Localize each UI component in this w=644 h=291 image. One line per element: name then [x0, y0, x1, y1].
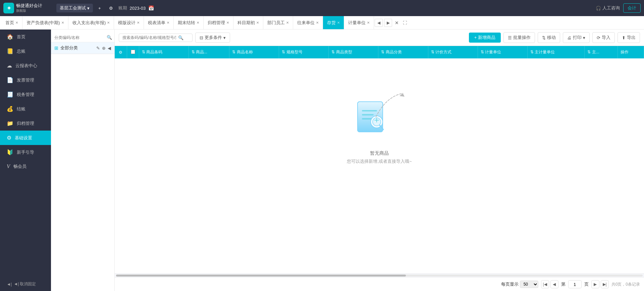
tab-nav-right-btn[interactable]: ▶	[384, 19, 392, 27]
tab-close-unit[interactable]: ✕	[367, 21, 370, 25]
category-search-input[interactable]	[54, 35, 105, 40]
tab-close-all-btn[interactable]: ✕	[393, 19, 401, 27]
tab-nav-left-btn[interactable]: ◀	[375, 19, 383, 27]
tab-subject-init[interactable]: 科目期初 ✕	[233, 16, 263, 30]
sidebar-label-home: 首页	[17, 34, 25, 40]
tab-balance-sheet[interactable]: 资产负债表(中期) ✕	[22, 16, 68, 30]
col-pricing[interactable]: ⇅ 计价方式	[428, 46, 478, 58]
col-spec[interactable]: ⇅ 规格型号	[279, 46, 329, 58]
tab-close-contacts[interactable]: ✕	[316, 21, 319, 25]
add-workspace-btn[interactable]: +	[96, 4, 104, 12]
logo-area: ✦ 畅捷通好会计 旗舰版	[3, 3, 54, 13]
export-btn[interactable]: ⬆ 导出	[618, 32, 640, 43]
category-settings-icon[interactable]: ✎	[96, 46, 100, 51]
col-extra[interactable]: ⇅ 主...	[585, 46, 618, 58]
sidebar-item-guide[interactable]: 🔰 新手引导	[0, 145, 51, 159]
tab-bar: 首页 ✕ 资产负债表(中期) ✕ 收入支出表(年报) ✕ 模版设计 ✕ 税表清单…	[0, 16, 644, 30]
filter-btn[interactable]: ⊟ 更多条件 ▾	[195, 33, 230, 43]
tab-inventory[interactable]: 存货 ✕	[323, 16, 344, 30]
workspace-selector[interactable]: 基层工会测试 ▾	[56, 4, 93, 12]
page-first-btn[interactable]: |◀	[541, 280, 549, 288]
inner-layout: 🔍 ⊞ 全部分类 ✎ ⊕ ◀ 🔍	[51, 30, 644, 291]
sidebar-item-member[interactable]: V 畅会员	[0, 159, 51, 174]
tab-archive[interactable]: 归档管理 ✕	[204, 16, 233, 30]
category-panel: 🔍 ⊞ 全部分类 ✎ ⊕ ◀	[51, 30, 115, 291]
page-input[interactable]	[568, 280, 582, 288]
print-btn[interactable]: 🖨 打印 ▾	[563, 32, 590, 43]
sidebar-item-invoice[interactable]: 📄 发票管理	[0, 73, 51, 87]
sort-spec-icon: ⇅	[282, 50, 285, 54]
main-search-input[interactable]	[122, 35, 176, 40]
tab-close-subject[interactable]: ✕	[256, 21, 259, 25]
tab-close-archive[interactable]: ✕	[226, 21, 229, 25]
sidebar-item-tax[interactable]: 🧾 税务管理	[0, 87, 51, 102]
tab-close-income[interactable]: ✕	[107, 21, 110, 25]
col-category[interactable]: ⇅ 商品分类	[378, 46, 428, 58]
select-all-checkbox[interactable]	[131, 50, 135, 54]
move-btn[interactable]: ⇅ 移动	[538, 32, 560, 43]
page-navigation: |◀ ◀ 第 页 ▶ ▶|	[541, 280, 609, 288]
col-type[interactable]: ⇅ 商品类型	[329, 46, 378, 58]
col-barcode[interactable]: ⇅ 商品条码	[139, 46, 189, 58]
all-categories-label: 全部分类	[60, 45, 78, 51]
tab-close-template[interactable]: ✕	[137, 21, 140, 25]
sidebar-item-settlement[interactable]: 💰 结账	[0, 102, 51, 116]
page-next-btn[interactable]: ▶	[591, 280, 599, 288]
col-main-unit[interactable]: ⇅ 主计量单位	[527, 46, 585, 58]
tab-income-statement[interactable]: 收入支出表(年报) ✕	[68, 16, 114, 30]
chevron-down-icon: ▾	[87, 6, 90, 11]
page-last-btn[interactable]: ▶|	[601, 280, 609, 288]
sidebar-item-cloud-report[interactable]: ☁ 云报表中心	[0, 58, 51, 73]
period-label: 账期	[118, 5, 127, 11]
category-edit-icon[interactable]: ⊕	[102, 46, 106, 51]
pagination: 每页显示 50 10 20 100 |◀ ◀ 第 页	[115, 277, 644, 291]
settings-icon: ⚙	[7, 135, 11, 141]
sidebar-label-tax: 税务管理	[17, 92, 34, 98]
batch-operations-btn[interactable]: ☰ 批量操作	[503, 32, 535, 43]
sidebar-item-archive[interactable]: 📁 归档管理	[0, 116, 51, 131]
tab-close-dept[interactable]: ✕	[286, 21, 289, 25]
tab-close-balance[interactable]: ✕	[61, 21, 64, 25]
col-settings[interactable]: ⚙	[115, 46, 127, 58]
tab-close-homepage[interactable]: ✕	[15, 21, 18, 25]
tab-template-design[interactable]: 模版设计 ✕	[114, 16, 144, 30]
tab-expand-btn[interactable]: ⛶	[401, 19, 409, 27]
all-categories-header[interactable]: ⊞ 全部分类 ✎ ⊕ ◀	[51, 42, 114, 54]
horizontal-scrollbar[interactable]	[115, 273, 644, 277]
sidebar-item-basic-settings[interactable]: ⚙ 基础设置	[0, 131, 51, 145]
tab-close-inventory[interactable]: ✕	[337, 21, 340, 25]
sidebar-item-home[interactable]: 🏠 首页	[0, 30, 51, 44]
tab-department[interactable]: 部门员工 ✕	[263, 16, 293, 30]
calendar-icon[interactable]: 📅	[148, 5, 154, 11]
import-btn[interactable]: ⟳ 导入	[592, 32, 615, 43]
empty-subtitle: 您可以选择新增,或者直接导入哦~	[347, 158, 412, 164]
sidebar-item-ledger[interactable]: 📒 总账	[0, 44, 51, 58]
workspace-name: 基层工会测试	[60, 5, 86, 11]
period-value: 2023-03	[130, 6, 146, 11]
filter-icon: ⊟	[200, 35, 203, 40]
col-code[interactable]: ⇅ 商品...	[189, 46, 229, 58]
tab-unit[interactable]: 计量单位 ✕	[344, 16, 374, 30]
tab-period-carry[interactable]: 期末结转 ✕	[174, 16, 204, 30]
category-collapse-icon[interactable]: ◀	[108, 46, 111, 51]
col-name[interactable]: ⇅ 商品名称	[229, 46, 279, 58]
col-unit[interactable]: ⇅ 计量单位	[478, 46, 527, 58]
tab-homepage[interactable]: 首页 ✕	[1, 16, 22, 30]
sidebar-unpin-btn[interactable]: ◄| ◄| 取消固定	[0, 277, 51, 291]
settings-btn[interactable]: ⚙	[106, 4, 116, 12]
add-product-btn[interactable]: + 新增商品	[469, 33, 501, 43]
tab-tax-list[interactable]: 税表清单 ✕	[144, 16, 174, 30]
toolbar: 🔍 ⊟ 更多条件 ▾ + 新增商品 ☰ 批量操作	[115, 30, 644, 46]
search-submit-icon[interactable]: 🔍	[178, 35, 183, 40]
sidebar-label-settlement: 结账	[17, 106, 25, 112]
per-page-select[interactable]: 50 10 20 100	[520, 281, 538, 288]
col-checkbox[interactable]	[127, 46, 139, 58]
page-prev-btn[interactable]: ◀	[550, 280, 558, 288]
tab-close-tax[interactable]: ✕	[167, 21, 169, 25]
account-btn[interactable]: 会计	[623, 3, 641, 13]
tab-close-carry[interactable]: ✕	[197, 21, 199, 25]
main-search-box: 🔍	[119, 34, 193, 42]
ai-consult-btn[interactable]: 🎧 人工咨询	[596, 5, 620, 11]
search-icon[interactable]: 🔍	[107, 35, 112, 40]
tab-contacts[interactable]: 往来单位 ✕	[293, 16, 323, 30]
